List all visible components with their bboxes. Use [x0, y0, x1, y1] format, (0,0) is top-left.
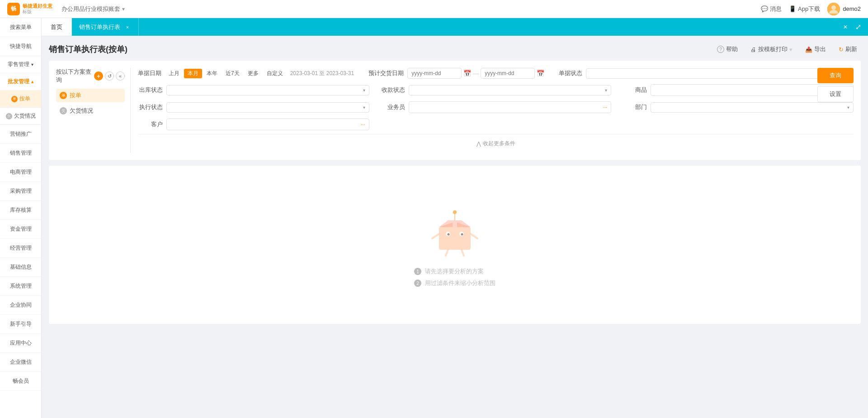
export-button[interactable]: 📤 导出 — [802, 43, 830, 55]
page-header: 销售订单执行表(按单) ? 帮助 🖨 按模板打印 ▾ 📤 — [49, 43, 861, 55]
sidebar-item-wholesale[interactable]: 批发管理 ▴ — [0, 73, 41, 90]
filter-add-button[interactable]: + — [94, 71, 103, 81]
print-button[interactable]: 🖨 按模板打印 ▾ — [747, 43, 796, 55]
debt-nav-icon: 欠 — [60, 107, 67, 114]
sidebar-sub-item-order[interactable]: 单 按单 — [0, 90, 41, 108]
app-title: 办公用品行业模拟账套 — [61, 5, 120, 13]
department-chevron-icon: ▾ — [847, 105, 849, 110]
help-button[interactable]: ? 帮助 — [713, 43, 741, 55]
svg-line-9 — [432, 234, 439, 238]
filter-refresh-button[interactable]: ↺ — [105, 71, 114, 81]
svg-rect-2 — [439, 227, 471, 250]
tab-active[interactable]: 销售订单执行表 × — [72, 18, 139, 36]
sidebar-item-apps[interactable]: 应用中心 — [0, 334, 41, 353]
forecast-from-input[interactable] — [407, 68, 462, 79]
refresh-button[interactable]: ↻ 刷新 — [835, 43, 861, 55]
sidebar-item-purchase[interactable]: 采购管理 — [0, 182, 41, 201]
date-separator: — — [473, 70, 479, 77]
user-area[interactable]: demo2 — [827, 3, 861, 15]
payment-select[interactable]: ▾ — [409, 85, 612, 95]
sidebar-item-finance[interactable]: 资金管理 — [0, 220, 41, 239]
debt-icon: 欠 — [6, 113, 12, 119]
logo-area: 畅 畅捷通好生意 标版 — [7, 3, 52, 15]
salesperson-input[interactable]: ··· — [409, 101, 612, 113]
tab-spacer — [139, 18, 835, 36]
collapse-up-icon: ⋀ — [476, 141, 481, 147]
svg-point-1 — [831, 5, 836, 10]
message-icon: 💬 — [761, 5, 768, 12]
app-download-button[interactable]: 📱 App下载 — [789, 5, 820, 13]
empty-step-2: 2 用过滤条件来缩小分析范围 — [414, 279, 495, 287]
sidebar-item-retail[interactable]: 零售管理 ▾ — [0, 56, 41, 73]
filter-collapse-button[interactable]: « — [116, 71, 125, 81]
logo-icon: 畅 — [7, 3, 20, 15]
page-content: 销售订单执行表(按单) ? 帮助 🖨 按模板打印 ▾ 📤 — [42, 36, 868, 418]
sidebar-item-system[interactable]: 系统管理 — [0, 277, 41, 296]
svg-line-10 — [471, 234, 477, 238]
filter-nav-actions: + ↺ « — [94, 71, 125, 81]
retail-arrow-icon: ▾ — [31, 62, 33, 67]
sidebar-item-collab[interactable]: 企业协同 — [0, 296, 41, 315]
title-dropdown-icon[interactable]: ▾ — [122, 6, 125, 12]
sidebar-item-ecommerce[interactable]: 电商管理 — [0, 163, 41, 182]
settings-button[interactable]: 设置 — [817, 86, 854, 102]
date-btn-more[interactable]: 更多 — [244, 69, 262, 78]
search-button[interactable]: 查询 — [817, 68, 854, 83]
sidebar-item-inventory[interactable]: 库存核算 — [0, 201, 41, 220]
message-button[interactable]: 💬 消息 — [761, 5, 782, 13]
sidebar-item-sales[interactable]: 销售管理 — [0, 144, 41, 163]
window-close-button[interactable]: × — [841, 23, 850, 32]
filter-nav-header: 按以下方案查询 + ↺ « — [56, 68, 125, 84]
avatar — [827, 3, 840, 15]
customer-dots-icon: ··· — [361, 121, 365, 128]
customer-input[interactable]: ··· — [166, 119, 369, 130]
date-btn-this-year[interactable]: 本年 — [203, 69, 221, 78]
search-btn-group: 查询 设置 — [817, 68, 854, 102]
print-icon: 🖨 — [750, 46, 756, 53]
filter-left-panel: 按以下方案查询 + ↺ « 单 按单 — [56, 68, 131, 153]
sidebar-item-guide[interactable]: 新手引导 — [0, 315, 41, 334]
status-select[interactable]: ▾ — [586, 68, 854, 79]
calendar-to-icon[interactable]: 📅 — [537, 70, 544, 77]
payment-label: 收款状态 — [380, 86, 405, 94]
tab-home[interactable]: 首页 — [42, 18, 72, 36]
calendar-from-icon[interactable]: 📅 — [463, 70, 471, 77]
forecast-to-input[interactable] — [481, 68, 535, 79]
execution-select[interactable]: ▾ — [166, 102, 369, 113]
sidebar-item-member[interactable]: 畅会员 — [0, 372, 41, 391]
window-maximize-button[interactable]: ⤢ — [854, 23, 863, 32]
date-btn-custom[interactable]: 自定义 — [263, 69, 287, 78]
sidebar-item-wechat[interactable]: 企业微信 — [0, 353, 41, 372]
filter-nav-item-order[interactable]: 单 按单 — [56, 89, 125, 102]
filter-nav-title: 按以下方案查询 — [56, 68, 94, 84]
date-btn-last-month[interactable]: 上月 — [165, 69, 183, 78]
customer-field: 客户 ··· — [138, 119, 369, 130]
delivery-select[interactable]: ▾ — [166, 85, 369, 95]
department-field: 部门 ▾ — [622, 101, 854, 113]
empty-step-2-text: 用过滤条件来缩小分析范围 — [425, 279, 495, 287]
empty-step-1-text: 请先选择要分析的方案 — [425, 267, 484, 276]
sidebar-sub-item-debt[interactable]: 欠 欠货情况 — [0, 108, 41, 125]
filter-nav-item-debt[interactable]: 欠 欠货情况 — [56, 104, 125, 118]
sidebar-item-marketing[interactable]: 营销推广 — [0, 125, 41, 144]
department-select[interactable]: ▾ — [651, 102, 854, 113]
content-area: 首页 销售订单执行表 × × ⤢ 销售订单执行表(按单) — [42, 18, 868, 418]
app-title-area[interactable]: 办公用品行业模拟账套 ▾ — [61, 5, 125, 13]
user-name: demo2 — [843, 5, 861, 12]
filter-row-2: 出库状态 ▾ 收款状态 — [138, 84, 854, 96]
date-btn-this-month[interactable]: 本月 — [184, 69, 202, 78]
collapse-button[interactable]: ⋀ 收起更多条件 — [471, 138, 521, 149]
department-label: 部门 — [622, 103, 647, 111]
sidebar-item-search[interactable]: 搜索菜单 — [0, 18, 41, 37]
sidebar-item-quick-nav[interactable]: 快捷导航 — [0, 37, 41, 56]
step-2-icon: 2 — [414, 280, 421, 287]
tab-close-icon[interactable]: × — [124, 24, 131, 31]
execution-label: 执行状态 — [138, 103, 163, 111]
product-label: 商品 — [622, 86, 647, 94]
order-nav-icon: 单 — [60, 92, 67, 99]
filter-right-panel: 单据日期 上月 本月 本年 近7天 更多 自定义 — [131, 68, 854, 153]
date-btn-7days[interactable]: 近7天 — [222, 69, 243, 78]
sidebar-item-basic[interactable]: 基础信息 — [0, 258, 41, 277]
sidebar-item-operation[interactable]: 经营管理 — [0, 239, 41, 258]
status-field: 单据状态 ▾ — [559, 68, 854, 79]
